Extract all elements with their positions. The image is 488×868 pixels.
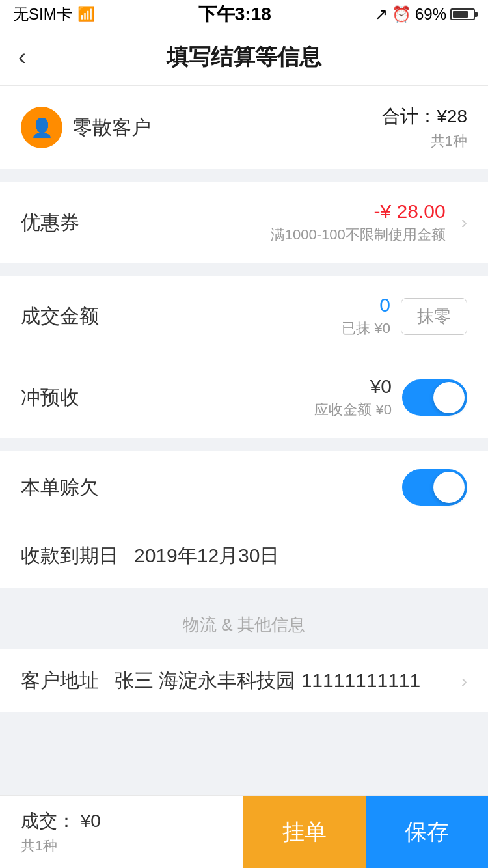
hold-order-button[interactable]: 挂单 bbox=[243, 796, 366, 869]
page-title: 填写结算等信息 bbox=[167, 42, 321, 72]
sim-indicator: 无SIM卡 bbox=[13, 4, 72, 25]
bottom-summary: 成交： ¥0 共1种 bbox=[0, 809, 243, 856]
debt-toggle-knob bbox=[433, 472, 465, 503]
coupon-discount: -¥ 28.00 bbox=[271, 200, 446, 223]
total-count: 共1种 bbox=[382, 131, 467, 151]
status-bar: 无SIM卡 📶 下午3:18 ↗ ⏰ 69% bbox=[0, 0, 488, 29]
coupon-label: 优惠券 bbox=[21, 210, 79, 236]
prepay-right: ¥0 应收金额 ¥0 bbox=[314, 375, 467, 420]
deal-section: 成交金额 0 已抹 ¥0 抹零 冲预收 ¥0 应收金额 ¥0 bbox=[0, 276, 488, 438]
content-area: 👤 零散客户 合计：¥28 共1种 优惠券 -¥ 28.00 满1000-100… bbox=[0, 86, 488, 804]
due-date-label: 收款到期日 bbox=[21, 543, 118, 569]
prepay-hint: 应收金额 ¥0 bbox=[314, 400, 392, 420]
divider-1 bbox=[0, 169, 488, 182]
customer-left: 👤 零散客户 bbox=[21, 107, 151, 148]
deal-hint: 已抹 ¥0 bbox=[342, 319, 390, 338]
round-zero-button[interactable]: 抹零 bbox=[401, 298, 467, 335]
coupon-right: -¥ 28.00 满1000-100不限制使用金额 › bbox=[271, 200, 467, 245]
status-time: 下午3:18 bbox=[198, 2, 271, 27]
logistics-header: 物流 & 其他信息 bbox=[0, 601, 488, 649]
bottom-summary-main: 成交： ¥0 bbox=[21, 809, 223, 834]
deal-amount: 0 bbox=[342, 294, 390, 316]
address-value: 张三 海淀永丰科技园 11111111111 bbox=[115, 668, 456, 694]
battery-icon bbox=[450, 8, 475, 20]
customer-section: 👤 零散客户 合计：¥28 共1种 bbox=[0, 86, 488, 169]
battery-percent: 69% bbox=[415, 5, 446, 23]
logistics-label: 物流 & 其他信息 bbox=[183, 614, 305, 636]
divider-2 bbox=[0, 263, 488, 276]
status-left: 无SIM卡 📶 bbox=[13, 4, 95, 25]
coupon-section[interactable]: 优惠券 -¥ 28.00 满1000-100不限制使用金额 › bbox=[0, 182, 488, 263]
debt-row: 本单赊欠 bbox=[0, 451, 488, 524]
customer-name: 零散客户 bbox=[73, 115, 151, 141]
header-line-left bbox=[21, 625, 170, 625]
coupon-hint: 满1000-100不限制使用金额 bbox=[271, 225, 446, 245]
deal-row: 成交金额 0 已抹 ¥0 抹零 bbox=[0, 276, 488, 357]
avatar: 👤 bbox=[21, 107, 62, 148]
wifi-icon: 📶 bbox=[77, 6, 95, 23]
back-button[interactable]: ‹ bbox=[18, 44, 26, 71]
bottom-summary-sub: 共1种 bbox=[21, 836, 223, 856]
header-line-right bbox=[318, 625, 467, 625]
prepay-toggle[interactable] bbox=[402, 379, 467, 416]
alarm-icon: ⏰ bbox=[392, 5, 411, 23]
toggle-knob bbox=[433, 382, 465, 413]
debt-toggle[interactable] bbox=[402, 469, 467, 506]
coupon-value-block: -¥ 28.00 满1000-100不限制使用金额 bbox=[271, 200, 446, 245]
deal-label: 成交金额 bbox=[21, 303, 99, 330]
divider-5 bbox=[0, 712, 488, 726]
due-date-row: 收款到期日 2019年12月30日 bbox=[0, 524, 488, 588]
due-date-value: 2019年12月30日 bbox=[134, 543, 279, 569]
address-chevron-icon: › bbox=[461, 671, 467, 692]
customer-row: 👤 零散客户 合计：¥28 共1种 bbox=[0, 86, 488, 169]
prepay-label: 冲预收 bbox=[21, 385, 79, 411]
save-button[interactable]: 保存 bbox=[366, 796, 488, 869]
deal-right: 0 已抹 ¥0 抹零 bbox=[342, 294, 467, 338]
debt-section: 本单赊欠 收款到期日 2019年12月30日 bbox=[0, 451, 488, 588]
customer-right: 合计：¥28 共1种 bbox=[382, 104, 467, 151]
status-right: ↗ ⏰ 69% bbox=[375, 5, 475, 23]
address-label: 客户地址 bbox=[21, 668, 99, 694]
avatar-char: 👤 bbox=[31, 117, 53, 139]
prepay-value-block: ¥0 应收金额 ¥0 bbox=[314, 375, 392, 420]
divider-3 bbox=[0, 438, 488, 451]
prepay-row: 冲预收 ¥0 应收金额 ¥0 bbox=[0, 357, 488, 438]
deal-value-block: 0 已抹 ¥0 bbox=[342, 294, 390, 338]
nav-bar: ‹ 填写结算等信息 bbox=[0, 29, 488, 86]
location-icon: ↗ bbox=[375, 5, 388, 23]
bottom-bar: 成交： ¥0 共1种 挂单 保存 bbox=[0, 795, 488, 868]
prepay-amount: ¥0 bbox=[314, 375, 392, 398]
debt-right bbox=[402, 469, 467, 506]
total-amount: 合计：¥28 bbox=[382, 104, 467, 129]
address-row[interactable]: 客户地址 张三 海淀永丰科技园 11111111111 › bbox=[0, 649, 488, 712]
debt-label: 本单赊欠 bbox=[21, 474, 99, 501]
coupon-chevron-icon: › bbox=[461, 212, 467, 233]
address-section[interactable]: 客户地址 张三 海淀永丰科技园 11111111111 › bbox=[0, 649, 488, 712]
divider-4 bbox=[0, 588, 488, 601]
coupon-row[interactable]: 优惠券 -¥ 28.00 满1000-100不限制使用金额 › bbox=[0, 182, 488, 263]
